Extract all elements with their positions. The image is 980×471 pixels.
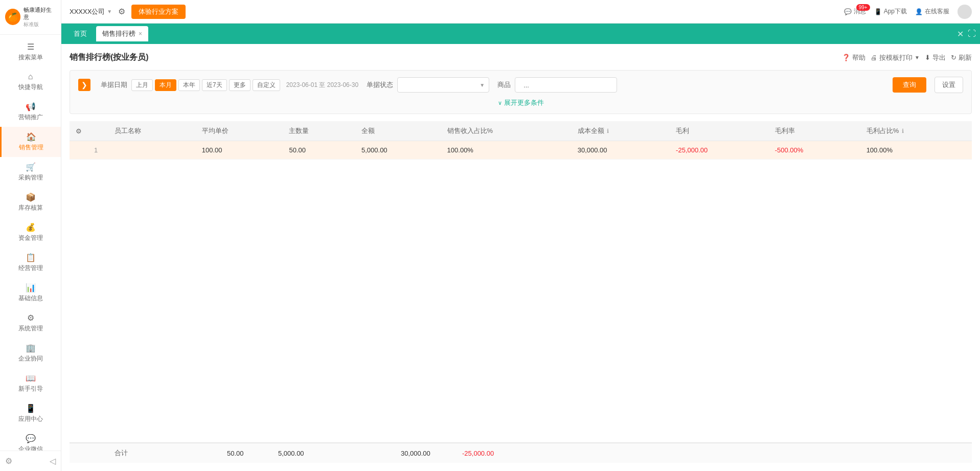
date-btn-last-month[interactable]: 上月: [131, 79, 153, 91]
online-service-btn[interactable]: 👤 在线客服: [915, 7, 949, 16]
logo-sub: 标准版: [24, 21, 56, 28]
sidebar-item-system[interactable]: ⚙ 系统管理: [0, 308, 61, 338]
wechat-icon: 💬: [26, 434, 36, 443]
row-amount: 5,000.00: [355, 141, 441, 160]
sidebar-item-label: 采购管理: [18, 173, 43, 182]
tab-sales-ranking[interactable]: 销售排行榜 ×: [96, 26, 148, 41]
date-btn-custom[interactable]: 自定义: [253, 79, 280, 91]
row-qty: 50.00: [283, 141, 355, 160]
sidebar-settings-icon[interactable]: ⚙: [5, 456, 12, 466]
sidebar-item-wechat[interactable]: 💬 企业微信: [0, 429, 61, 451]
trial-btn[interactable]: 体验行业方案: [131, 5, 186, 19]
sidebar-item-operations[interactable]: 📋 经营管理: [0, 248, 61, 278]
filter-expand-row: ∨ 展开更多条件: [78, 98, 963, 107]
sidebar-item-marketing[interactable]: 📢 营销推广: [0, 97, 61, 127]
row-gross: -25,000.00: [670, 141, 769, 160]
date-btn-7-days[interactable]: 近7天: [202, 79, 227, 91]
col-cost: 成本全额 ℹ: [572, 121, 670, 141]
settings-btn[interactable]: 设置: [935, 77, 963, 93]
status-select[interactable]: ▼: [397, 77, 489, 93]
user-avatar[interactable]: [958, 5, 972, 19]
help-btn[interactable]: ❓ 帮助: [842, 53, 865, 62]
system-icon: ⚙: [27, 313, 34, 323]
footer-qty: 50.00: [227, 450, 278, 457]
col-gross-pct: 毛利占比% ℹ: [860, 121, 972, 141]
tab-close-all-icon[interactable]: ✕: [957, 29, 964, 39]
date-btn-this-month[interactable]: 本月: [155, 79, 176, 91]
goods-ellipsis-btn[interactable]: ...: [523, 81, 529, 89]
sidebar-item-label: 搜索菜单: [18, 53, 43, 62]
topbar: XXXXX公司 ▼ ⚙ 体验行业方案 💬 消息 99+ 📱 App下载 👤 在线…: [61, 0, 980, 24]
basic-icon: 📊: [26, 283, 36, 293]
sidebar-item-guide[interactable]: 📖 新手引导: [0, 368, 61, 398]
message-btn[interactable]: 💬 消息 99+: [844, 7, 866, 16]
sidebar-collapse-icon[interactable]: ◁: [50, 456, 56, 466]
date-btn-more[interactable]: 更多: [229, 79, 250, 91]
page-header: 销售排行榜(按业务员) ❓ 帮助 🖨 按模板打印 ▼ ⬇ 导出 ↻ 刷新: [70, 52, 972, 63]
logo-text: 畅康通好生意: [24, 6, 56, 21]
row-name: [108, 141, 196, 160]
col-index: [88, 121, 108, 141]
finance-icon: 💰: [26, 222, 36, 232]
message-icon: 💬: [844, 8, 852, 15]
topbar-right: 💬 消息 99+ 📱 App下载 👤 在线客服: [844, 5, 972, 19]
service-label: 在线客服: [925, 7, 949, 16]
sales-table: ⚙ 员工名称 平均单价 主数量 全额 销售收入占比% 成本全额 ℹ 毛利: [70, 121, 972, 160]
sidebar-item-label: 新手引导: [18, 385, 43, 393]
date-btn-this-year[interactable]: 本年: [178, 79, 200, 91]
tabbar: 首页 销售排行榜 × ✕ ⛶: [61, 24, 980, 44]
print-label: 按模板打印: [879, 53, 913, 62]
sidebar-item-label: 应用中心: [18, 415, 43, 423]
sidebar-item-enterprise[interactable]: 🏢 企业协同: [0, 338, 61, 368]
company-selector[interactable]: XXXXX公司 ▼: [70, 7, 112, 16]
cost-label: 成本全额: [578, 127, 604, 134]
page-actions: ❓ 帮助 🖨 按模板打印 ▼ ⬇ 导出 ↻ 刷新: [842, 53, 972, 62]
sidebar-item-label: 企业微信: [18, 445, 43, 451]
export-btn[interactable]: ⬇ 导出: [925, 53, 946, 62]
tab-expand-icon[interactable]: ⛶: [968, 29, 976, 39]
inventory-icon: 📦: [26, 192, 36, 202]
sidebar-item-sales[interactable]: 🏠 销售管理: [0, 127, 61, 157]
sidebar-item-apps[interactable]: 📱 应用中心: [0, 398, 61, 429]
col-name: 员工名称: [108, 121, 196, 141]
row-avg-price: 100.00: [196, 141, 283, 160]
sidebar-item-finance[interactable]: 💰 资金管理: [0, 217, 61, 248]
query-btn[interactable]: 查询: [893, 77, 926, 93]
col-avg-price: 平均单价: [196, 121, 283, 141]
message-badge: 99+: [856, 4, 870, 11]
date-label: 单据日期: [101, 80, 127, 89]
sidebar-footer: ⚙ ◁: [0, 451, 61, 471]
search-menu-icon: ☰: [27, 42, 34, 52]
expand-down-icon: ∨: [498, 100, 502, 106]
expand-more-btn[interactable]: ∨ 展开更多条件: [498, 98, 544, 107]
filter-expand-toggle[interactable]: ❯: [78, 79, 90, 91]
main-container: XXXXX公司 ▼ ⚙ 体验行业方案 💬 消息 99+ 📱 App下载 👤 在线…: [61, 0, 980, 471]
sidebar-item-basic[interactable]: 📊 基础信息: [0, 278, 61, 308]
row-gross-pct: 100.00%: [860, 141, 972, 160]
sidebar-item-label: 销售管理: [19, 143, 43, 152]
app-download-btn[interactable]: 📱 App下载: [874, 7, 907, 16]
tab-close-icon[interactable]: ×: [139, 30, 142, 37]
tab-home[interactable]: 首页: [65, 26, 95, 41]
print-btn[interactable]: 🖨 按模板打印 ▼: [871, 53, 920, 62]
sidebar-item-label: 企业协同: [18, 354, 43, 363]
home-icon: ⌂: [28, 72, 33, 81]
company-name: XXXXX公司: [70, 7, 105, 16]
gross-pct-label: 毛利占比%: [867, 127, 899, 134]
table-container: ⚙ 员工名称 平均单价 主数量 全额 销售收入占比% 成本全额 ℹ 毛利: [70, 121, 972, 442]
tab-label: 销售排行榜: [102, 29, 135, 38]
marketing-icon: 📢: [26, 102, 36, 111]
refresh-btn[interactable]: ↻ 刷新: [951, 53, 972, 62]
row-gross-rate: -500.00%: [769, 141, 860, 160]
help-label: 帮助: [852, 53, 865, 62]
table-settings-icon[interactable]: ⚙: [76, 127, 82, 135]
topbar-settings-icon[interactable]: ⚙: [118, 7, 125, 16]
goods-input[interactable]: ...: [515, 77, 617, 93]
sidebar-item-purchase[interactable]: 🛒 采购管理: [0, 157, 61, 187]
sidebar-item-label: 经营管理: [18, 264, 43, 273]
export-label: 导出: [932, 53, 946, 62]
sidebar-item-search[interactable]: ☰ 搜索菜单: [0, 37, 61, 67]
sidebar-item-quick[interactable]: ⌂ 快捷导航: [0, 67, 61, 97]
sidebar-item-inventory[interactable]: 📦 库存核算: [0, 187, 61, 217]
guide-icon: 📖: [26, 373, 36, 383]
